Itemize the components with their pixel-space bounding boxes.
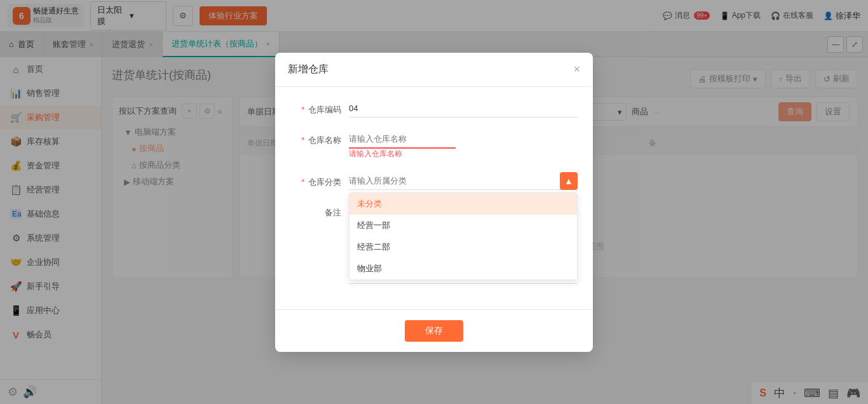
name-label-text: 仓库名称	[308, 135, 341, 145]
chevron-up-icon: ▲	[564, 176, 573, 186]
save-button[interactable]: 保存	[405, 320, 463, 342]
modal-title: 新增仓库	[288, 63, 329, 76]
form-row-code: * 仓库编码	[290, 100, 578, 118]
category-select-wrapper: ▲ 未分类 经营一部 经营二部 物业部	[349, 172, 578, 190]
code-label-text: 仓库编码	[308, 105, 341, 114]
form-row-name: * 仓库名称 请输入仓库名称	[290, 130, 578, 159]
remark-label: 备注	[290, 203, 341, 219]
dropdown-item-uncategorized[interactable]: 未分类	[349, 193, 577, 215]
dropdown-item-ops2[interactable]: 经营二部	[349, 236, 577, 258]
new-warehouse-modal: 新增仓库 × * 仓库编码 * 仓库名称	[275, 53, 593, 352]
modal-overlay: 新增仓库 × * 仓库编码 * 仓库名称	[0, 0, 868, 404]
modal-footer: 保存	[275, 309, 593, 352]
name-input[interactable]	[349, 130, 456, 149]
category-label-text: 仓库分类	[308, 177, 341, 187]
code-label: * 仓库编码	[290, 100, 341, 116]
modal-body: * 仓库编码 * 仓库名称 请输入仓库名称	[275, 87, 593, 309]
code-input[interactable]	[349, 100, 578, 118]
name-label: * 仓库名称	[290, 130, 341, 149]
required-mark-category: *	[301, 177, 304, 187]
form-row-category: * 仓库分类 ▲ 未分类 经营一部 经营二部 物业部	[290, 172, 578, 190]
required-mark-name: *	[301, 135, 304, 145]
category-arrow-button[interactable]: ▲	[560, 172, 578, 190]
category-input[interactable]	[349, 172, 578, 190]
category-dropdown: 未分类 经营一部 经营二部 物业部	[349, 192, 578, 280]
category-label: * 仓库分类	[290, 172, 341, 188]
name-error-msg: 请输入仓库名称	[349, 149, 402, 158]
modal-close-button[interactable]: ×	[573, 63, 580, 76]
dropdown-item-property[interactable]: 物业部	[349, 258, 577, 279]
required-mark-code: *	[301, 105, 304, 114]
modal-header: 新增仓库 ×	[275, 53, 593, 87]
dropdown-item-ops1[interactable]: 经营一部	[349, 215, 577, 236]
